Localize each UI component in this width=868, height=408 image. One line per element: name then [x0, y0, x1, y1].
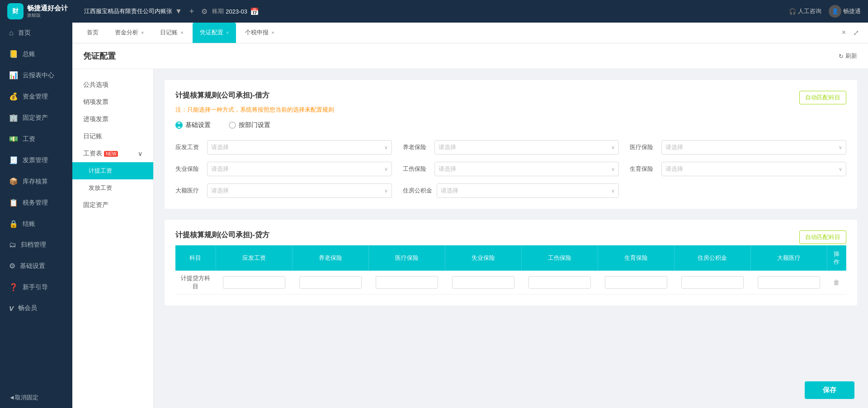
input-gsbx[interactable] [528, 276, 591, 289]
input-zfgjj[interactable] [681, 276, 744, 289]
close-tab-button[interactable]: × [840, 27, 848, 39]
sidebar-label-inventory: 库存核算 [23, 178, 48, 186]
radio-basic[interactable]: 基础设置 [175, 121, 211, 129]
nav-pay-salary[interactable]: 发放工资 [72, 179, 153, 197]
nav-public[interactable]: 公共选项 [72, 76, 153, 94]
cell-action: 🗑 [827, 271, 846, 295]
tab-journal[interactable]: 日记账 × [153, 23, 190, 43]
input-sybx[interactable] [452, 276, 514, 289]
select-sybx[interactable]: 请选择 ∨ [207, 162, 392, 176]
select-ylbx[interactable]: 请选择 ∨ [434, 140, 619, 155]
credit-auto-match-button[interactable]: 自动匹配科目 [799, 230, 846, 244]
tab-fund[interactable]: 资金分析 × [108, 23, 151, 43]
calendar-icon[interactable]: 📅 [250, 7, 259, 16]
select-ylbx2[interactable]: 请选择 ∨ [661, 140, 846, 155]
new-badge: NEW [104, 151, 118, 157]
sidebar-item-inventory[interactable]: 📦 库存核算 [0, 171, 72, 192]
tab-tax[interactable]: 个税申报 × [238, 23, 281, 43]
chevron-down-icon: ∨ [611, 188, 615, 194]
sidebar-item-settings[interactable]: ⚙ 基础设置 [0, 255, 72, 277]
top-bar: 财 畅捷通好会计 旗舰版 江西服宝精品有限责任公司内账张 ▼ + ⚙ 账期 20… [0, 0, 868, 23]
sidebar-item-close[interactable]: 🔒 结账 [0, 213, 72, 234]
select-yfgz[interactable]: 请选择 ∨ [207, 140, 392, 155]
label-gsbx: 工伤保险 [403, 165, 430, 173]
sidebar-label-home: 首页 [18, 29, 31, 37]
period-value: 2023-03 [226, 8, 247, 15]
label-zfgjj: 住房公积金 [403, 187, 432, 195]
headset-icon: 🎧 [789, 8, 796, 15]
credit-section-title: 计提核算规则(公司承担)-贷方 [175, 230, 846, 240]
credit-table: 科目 应发工资 养老保险 医疗保险 失业保险 工伤保险 生育保险 住房公积金 大… [175, 245, 846, 295]
input-yfgz[interactable] [223, 276, 285, 289]
sidebar-item-home[interactable]: ⌂ 首页 [0, 23, 72, 43]
select-zfgjj[interactable]: 请选择 ∨ [437, 183, 619, 198]
input-ylbx[interactable] [299, 276, 362, 289]
nav-calc-salary[interactable]: 计提工资 [72, 162, 153, 179]
tab-home[interactable]: 首页 [80, 23, 106, 43]
label-ylbx2: 医疗保险 [630, 143, 657, 151]
radio-dept[interactable]: 按部门设置 [229, 121, 270, 129]
delete-row-button[interactable]: 🗑 [833, 279, 840, 286]
chevron-down-icon: ∨ [384, 166, 388, 172]
unpin-button[interactable]: ◄取消固定 [0, 387, 72, 408]
debit-auto-match-button[interactable]: 自动匹配科目 [799, 91, 846, 104]
tab-fund-label: 资金分析 [115, 28, 138, 37]
expand-tab-button[interactable]: ⤢ [851, 27, 861, 39]
sidebar-item-guide[interactable]: ❓ 新手引导 [0, 277, 72, 298]
company-dropdown-icon[interactable]: ▼ [175, 7, 182, 15]
select-zfgjj-placeholder: 请选择 [441, 187, 458, 195]
sidebar-label-assets: 固定资产 [23, 114, 48, 122]
settings-icon[interactable]: ⚙ [201, 7, 208, 16]
sidebar-item-ledger[interactable]: 📒 总账 [0, 43, 72, 65]
sidebar-item-invoice[interactable]: 🧾 发票管理 [0, 150, 72, 171]
chevron-down-icon: ∨ [839, 145, 842, 150]
input-deyf[interactable] [758, 276, 820, 289]
tab-voucher-label: 凭证配置 [200, 28, 223, 37]
label-yfgz: 应发工资 [175, 143, 203, 151]
debit-section-title: 计提核算规则(公司承担)-借方 [175, 91, 846, 100]
tab-voucher[interactable]: 凭证配置 × [193, 23, 236, 43]
sidebar-label-reports: 云报表中心 [23, 71, 54, 80]
nav-payroll-table[interactable]: 工资表NEW ∨ [72, 145, 153, 162]
save-button[interactable]: 保存 [805, 381, 854, 399]
select-gsbx[interactable]: 请选择 ∨ [434, 162, 619, 176]
field-sybx: 失业保险 请选择 ∨ [175, 162, 392, 176]
select-deyf[interactable]: 请选择 ∨ [207, 183, 392, 198]
tab-voucher-close[interactable]: × [226, 30, 229, 35]
user-menu[interactable]: 👤 畅捷通 [829, 5, 861, 18]
sidebar-item-tax[interactable]: 📋 税务管理 [0, 192, 72, 213]
sidebar-item-reports[interactable]: 📊 云报表中心 [0, 65, 72, 86]
nav-fixed-assets[interactable]: 固定资产 [72, 197, 153, 214]
table-header-row: 科目 应发工资 养老保险 医疗保险 失业保险 工伤保险 生育保险 住房公积金 大… [175, 245, 846, 271]
input-ylbx2[interactable] [376, 276, 438, 289]
sidebar-label-fund: 资金管理 [23, 93, 48, 101]
radio-dept-circle [229, 122, 236, 129]
tab-fund-close[interactable]: × [141, 30, 144, 35]
refresh-button[interactable]: ↻ 刷新 [839, 52, 857, 60]
sidebar-item-archive[interactable]: 🗂 归档管理 [0, 234, 72, 255]
col-ylbx2: 医疗保险 [368, 245, 445, 271]
sidebar-item-assets[interactable]: 🏢 固定资产 [0, 107, 72, 128]
support-button[interactable]: 🎧 人工咨询 [789, 7, 821, 15]
debit-section: 计提核算规则(公司承担)-借方 注：只能选择一种方式，系统将按照您当前的选择来配… [165, 80, 857, 209]
sidebar-item-vip[interactable]: V 畅会员 [0, 298, 72, 319]
sidebar-item-salary[interactable]: 💵 工资 [0, 128, 72, 150]
nav-sales-invoice[interactable]: 销项发票 [72, 94, 153, 111]
select-sybx2[interactable]: 请选择 ∨ [661, 162, 846, 176]
tab-tax-close[interactable]: × [271, 30, 274, 35]
cell-zfgjj [674, 271, 750, 295]
col-subject: 科目 [175, 245, 216, 271]
label-ylbx: 养老保险 [403, 143, 430, 151]
nav-journal[interactable]: 日记账 [72, 128, 153, 145]
tab-journal-close[interactable]: × [180, 30, 183, 35]
add-account-button[interactable]: + [189, 7, 194, 16]
cell-deyf [750, 271, 827, 295]
sidebar-item-fund[interactable]: 💰 资金管理 [0, 86, 72, 107]
radio-basic-label: 基础设置 [185, 121, 211, 129]
input-sybx2[interactable] [605, 276, 667, 289]
label-sybx: 失业保险 [175, 165, 203, 173]
logo-area: 财 畅捷通好会计 旗舰版 [7, 3, 80, 19]
nav-purchase-invoice[interactable]: 进项发票 [72, 111, 153, 128]
inner-layout: 公共选项 销项发票 进项发票 日记账 工资表NEW ∨ 计提工资 发放工资 固定… [72, 69, 868, 408]
col-zfgjj: 住房公积金 [674, 245, 750, 271]
